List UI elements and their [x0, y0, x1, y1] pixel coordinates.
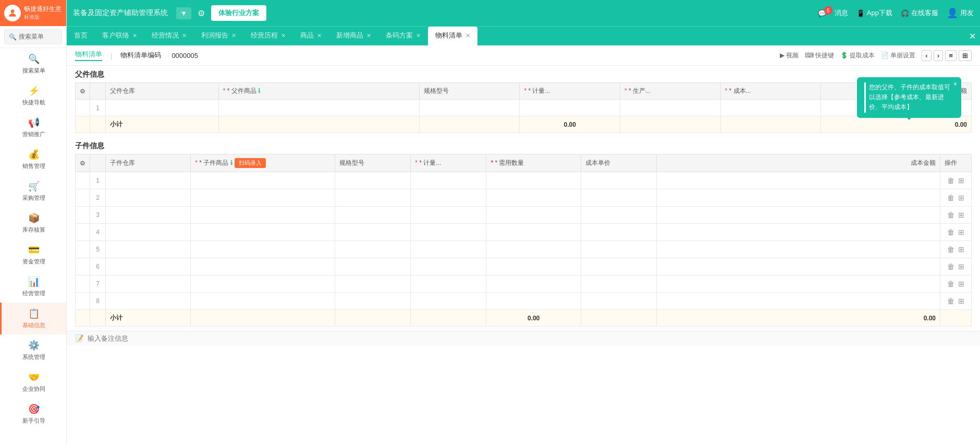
sidebar-item-system[interactable]: ⚙️系统管理 [0, 334, 66, 366]
child-row2-quantity[interactable] [486, 189, 581, 207]
tab-close-history[interactable]: ✕ [281, 32, 286, 39]
sidebar-item-guide[interactable]: 🎯新手引导 [0, 398, 66, 430]
child-row1-goods[interactable] [191, 172, 335, 189]
child-row4-goods[interactable] [191, 224, 335, 241]
tab-close-bom[interactable]: ✕ [466, 32, 470, 39]
cost-extract-btn[interactable]: 💲 提取成本 [840, 51, 875, 60]
parent-row1-production[interactable] [620, 100, 720, 116]
sidebar-item-basic[interactable]: 📋基础信息 [0, 303, 66, 334]
child-row1-spec[interactable] [335, 172, 411, 189]
parent-row1-unit[interactable] [520, 100, 620, 116]
tab-close-customers[interactable]: ✕ [132, 32, 137, 39]
child-row3-spec[interactable] [335, 207, 411, 224]
sidebar-item-quicknav[interactable]: ⚡快捷导航 [0, 80, 66, 112]
sidebar-item-search[interactable]: 🔍搜索菜单 [0, 48, 66, 80]
nav-tab-home[interactable]: 首页 [67, 27, 95, 45]
settings-icon[interactable]: ⚙ [80, 88, 85, 95]
sidebar-item-inventory[interactable]: 📦库存核算 [0, 207, 66, 239]
child-row3-goods[interactable] [191, 207, 335, 224]
child-row8-spec[interactable] [335, 293, 411, 310]
child-row6-warehouse[interactable] [106, 258, 191, 275]
tab-close-goods[interactable]: ✕ [317, 32, 322, 39]
child-row3-copy-btn[interactable]: ⊞ [957, 210, 965, 220]
gear-icon[interactable]: ⚙ [195, 6, 207, 20]
grid-view-btn[interactable]: ≡ [945, 50, 957, 61]
close-all-tabs-btn[interactable]: ✕ [965, 27, 980, 45]
tab-close-operations[interactable]: ✕ [182, 32, 187, 39]
child-row6-spec[interactable] [335, 258, 411, 275]
nav-tab-bom[interactable]: 物料清单✕ [428, 27, 477, 45]
child-row7-goods[interactable] [191, 275, 335, 293]
nav-tab-operations[interactable]: 经营情况✕ [144, 27, 194, 45]
search-menu-button[interactable]: 🔍 搜索菜单 [4, 29, 62, 44]
child-row5-quantity[interactable] [486, 241, 581, 258]
list-view-btn[interactable]: ⊞ [959, 50, 972, 61]
nav-tab-profit[interactable]: 利润报告✕ [194, 27, 243, 45]
child-row4-warehouse[interactable] [106, 224, 191, 241]
app-download-btn[interactable]: 📱 App下载 [856, 8, 892, 18]
child-row2-warehouse[interactable] [106, 189, 191, 207]
child-row3-warehouse[interactable] [106, 207, 191, 224]
child-row8-delete-btn[interactable]: 🗑 [946, 296, 956, 306]
child-row5-delete-btn[interactable]: 🗑 [946, 244, 956, 255]
child-row8-unit[interactable] [411, 293, 486, 310]
child-row5-warehouse[interactable] [106, 241, 191, 258]
child-row1-copy-btn[interactable]: ⊞ [957, 175, 965, 186]
sidebar-item-marketing[interactable]: 📢营销推广 [0, 112, 66, 143]
breadcrumb-bom-list[interactable]: 物料清单 [75, 50, 102, 61]
child-row4-copy-btn[interactable]: ⊞ [957, 227, 965, 237]
tab-close-profit[interactable]: ✕ [231, 32, 236, 39]
child-row8-quantity[interactable] [486, 293, 581, 310]
child-row4-unit-cost[interactable] [581, 224, 656, 241]
child-row1-quantity[interactable] [486, 172, 581, 189]
child-row2-delete-btn[interactable]: 🗑 [946, 193, 956, 203]
child-row7-warehouse[interactable] [106, 275, 191, 293]
child-row8-warehouse[interactable] [106, 293, 191, 310]
child-row6-goods[interactable] [191, 258, 335, 275]
child-row4-delete-btn[interactable]: 🗑 [946, 227, 956, 237]
service-btn[interactable]: 🎧 在线客服 [901, 8, 938, 18]
child-row2-copy-btn[interactable]: ⊞ [957, 193, 965, 203]
sidebar-item-finance[interactable]: 💳资金管理 [0, 239, 66, 271]
trial-button[interactable]: 体验行业方案 [211, 5, 266, 21]
child-row5-unit-cost[interactable] [581, 241, 656, 258]
child-row8-goods[interactable] [191, 293, 335, 310]
sidebar-item-operation[interactable]: 📊经营管理 [0, 271, 66, 303]
parent-row1-warehouse[interactable] [106, 100, 219, 116]
child-settings-icon[interactable]: ⚙ [80, 160, 85, 167]
nav-tab-customers[interactable]: 客户联络✕ [95, 27, 144, 45]
child-row6-unit[interactable] [411, 258, 486, 275]
parent-row1-cost[interactable] [720, 100, 821, 116]
child-row4-spec[interactable] [335, 224, 411, 241]
child-row7-unit[interactable] [411, 275, 486, 293]
sidebar-item-sales[interactable]: 💰销售管理 [0, 143, 66, 175]
nav-tab-goods[interactable]: 商品✕ [293, 27, 329, 45]
child-row4-quantity[interactable] [486, 224, 581, 241]
child-row2-unit-cost[interactable] [581, 189, 656, 207]
child-row7-unit-cost[interactable] [581, 275, 656, 293]
shortcut-btn[interactable]: ⌨ 快捷键 [805, 51, 834, 60]
child-row7-quantity[interactable] [486, 275, 581, 293]
child-row3-quantity[interactable] [486, 207, 581, 224]
sidebar-item-enterprise[interactable]: 🤝企业协同 [0, 366, 66, 398]
sidebar-item-purchase[interactable]: 🛒采购管理 [0, 175, 66, 207]
child-row7-copy-btn[interactable]: ⊞ [957, 279, 965, 289]
nav-prev-btn[interactable]: ‹ [922, 50, 931, 61]
child-row5-goods[interactable] [191, 241, 335, 258]
child-row7-spec[interactable] [335, 275, 411, 293]
scan-input-btn[interactable]: 扫码录入 [235, 158, 266, 168]
doc-settings-btn[interactable]: 📄 单据设置 [881, 51, 915, 60]
child-row6-copy-btn[interactable]: ⊞ [957, 261, 965, 272]
child-row1-unit-cost[interactable] [581, 172, 656, 189]
child-row2-unit[interactable] [411, 189, 486, 207]
child-row7-delete-btn[interactable]: 🗑 [946, 279, 956, 289]
tooltip-close-btn[interactable]: × [953, 79, 957, 89]
child-row6-quantity[interactable] [486, 258, 581, 275]
system-dropdown[interactable]: ▼ [176, 7, 191, 19]
child-row3-delete-btn[interactable]: 🗑 [946, 210, 956, 220]
child-row1-unit[interactable] [411, 172, 486, 189]
child-row8-unit-cost[interactable] [581, 293, 656, 310]
nav-tab-barcode[interactable]: 条码方案✕ [378, 27, 428, 45]
child-row5-unit[interactable] [411, 241, 486, 258]
child-row8-copy-btn[interactable]: ⊞ [957, 296, 965, 306]
